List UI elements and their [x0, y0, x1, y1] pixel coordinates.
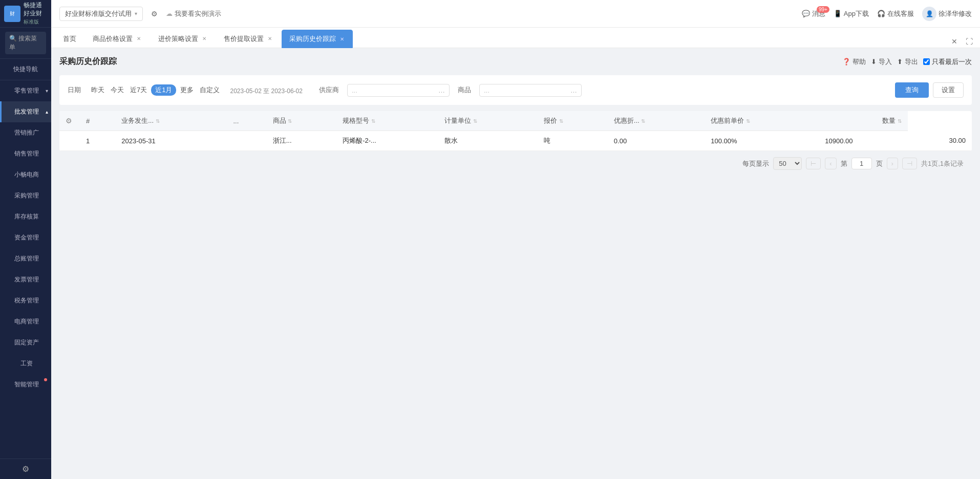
date-custom-btn[interactable]: 自定义	[198, 84, 222, 96]
tab-goods-price[interactable]: 商品价格设置 ✕	[85, 29, 150, 48]
sidebar-item-general-ledger[interactable]: 总账管理	[0, 248, 51, 269]
sidebar-item-retail[interactable]: 零售管理 ▾	[0, 80, 51, 101]
quick-nav-button[interactable]: 快捷导航	[0, 61, 51, 78]
edition-selector[interactable]: 好业财标准版交付试用 ▾	[59, 7, 143, 21]
headset-icon: 🎧	[877, 10, 885, 17]
filter-settings-button[interactable]: 设置	[933, 82, 964, 98]
sidebar-item-ai[interactable]: 智能管理	[0, 374, 51, 395]
date-yesterday-btn[interactable]: 昨天	[89, 84, 106, 96]
tab-purchase-history[interactable]: 采购历史价跟踪 ✕	[282, 30, 353, 48]
sidebar-item-payroll[interactable]: 工资	[0, 353, 51, 374]
export-button[interactable]: ⬆ 导出	[897, 57, 918, 67]
online-service-label: 在线客服	[887, 9, 914, 18]
demo-icon: ☁	[166, 10, 173, 17]
supplier-input[interactable]: ... …	[347, 84, 450, 97]
tabs-close-button[interactable]: ✕	[948, 35, 961, 48]
app-logo-icon: 财	[4, 6, 20, 22]
per-page-select[interactable]: 20 50 100	[773, 157, 802, 170]
sidebar-item-label: 智能管理	[14, 380, 39, 389]
column-quantity[interactable]: 数量 ⇅	[819, 111, 907, 131]
online-service-button[interactable]: 🎧 在线客服	[877, 9, 914, 18]
column-unit[interactable]: 计量单位 ⇅	[438, 111, 538, 131]
row-1-quantity: 30.00	[908, 131, 972, 151]
sort-goods-icon[interactable]: ⇅	[288, 118, 292, 124]
sort-unit-icon[interactable]: ⇅	[473, 118, 477, 124]
only-last-checkbox[interactable]	[923, 58, 930, 65]
column-more[interactable]: ...	[227, 111, 266, 131]
sidebar-item-invoice[interactable]: 发票管理	[0, 269, 51, 290]
demo-button[interactable]: ☁ 我要看实例演示	[166, 9, 221, 18]
row-1-pre-discount-price: 10900.00	[819, 131, 907, 151]
page-label: 第	[841, 159, 847, 168]
user-profile-button[interactable]: 👤 徐泽华修改	[922, 7, 972, 21]
sort-spec-icon[interactable]: ⇅	[371, 118, 375, 124]
tab-selling-price-close[interactable]: ✕	[267, 35, 273, 42]
tabs-maximize-button[interactable]: ⛶	[963, 35, 976, 48]
sidebar-item-fixed-assets[interactable]: 固定资产	[0, 332, 51, 353]
column-discount[interactable]: 优惠折... ⇅	[608, 111, 705, 131]
column-pre-discount-price[interactable]: 优惠前单价 ⇅	[705, 111, 819, 131]
help-button[interactable]: ❓ 帮助	[842, 57, 866, 67]
sort-pre-discount-icon[interactable]: ⇅	[746, 118, 750, 124]
filter-area: 日期 昨天 今天 近7天 近1月 更多 自定义 2023-05-02 至 202…	[59, 75, 972, 105]
sidebar-search-area: 🔍 搜索菜单	[0, 28, 51, 59]
sidebar-item-wholesale[interactable]: 批发管理 ▴	[0, 101, 51, 122]
date-1month-btn[interactable]: 近1月	[151, 84, 176, 96]
column-goods[interactable]: 商品 ⇅	[267, 111, 337, 131]
column-spec[interactable]: 规格型号 ⇅	[336, 111, 438, 131]
row-1-goods: 浙江...	[267, 131, 337, 151]
app-download-button[interactable]: 📱 App下载	[834, 9, 869, 18]
sidebar-item-marketing[interactable]: 营销推广	[0, 122, 51, 143]
only-last-checkbox-label: 只看最后一次	[923, 57, 972, 67]
table-settings-icon[interactable]: ⚙	[66, 117, 72, 125]
column-price[interactable]: 报价 ⇅	[538, 111, 608, 131]
goods-input[interactable]: ... …	[479, 84, 582, 97]
sidebar-settings-button[interactable]: ⚙	[22, 464, 29, 474]
date-7days-btn[interactable]: 近7天	[128, 84, 149, 96]
sidebar-item-label: 零售管理	[14, 86, 39, 95]
supplier-more-icon: …	[438, 86, 445, 94]
message-icon: 💬	[802, 10, 810, 17]
page-input[interactable]	[851, 158, 872, 169]
last-page-button[interactable]: ⊣	[902, 158, 917, 169]
topbar-settings-button[interactable]: ⚙	[149, 8, 160, 20]
query-button[interactable]: 查询	[895, 82, 929, 98]
tab-purchase-price-label: 进价策略设置	[158, 34, 198, 43]
goods-filter-label: 商品	[458, 85, 471, 95]
sidebar-item-finance[interactable]: 资金管理	[0, 227, 51, 248]
column-settings[interactable]: ⚙	[59, 111, 80, 131]
sort-biz-date-icon[interactable]: ⇅	[156, 118, 160, 124]
tab-purchase-history-close[interactable]: ✕	[339, 35, 345, 43]
import-icon: ⬇	[871, 58, 877, 66]
sort-quantity-icon[interactable]: ⇅	[898, 118, 902, 124]
sidebar-item-inventory[interactable]: 库存核算	[0, 206, 51, 227]
page-header: 采购历史价跟踪 ❓ 帮助 ⬇ 导入 ⬆ 导出 只看最后一次	[59, 56, 972, 67]
tab-home[interactable]: 首页	[55, 29, 84, 48]
chevron-icon: ▾	[46, 88, 48, 94]
date-today-btn[interactable]: 今天	[109, 84, 126, 96]
sidebar-item-sales[interactable]: 销售管理	[0, 143, 51, 164]
first-page-button[interactable]: ⊢	[806, 158, 821, 169]
sidebar-item-ecommerce-small[interactable]: 小畅电商	[0, 164, 51, 185]
goods-input-value: ...	[484, 86, 489, 94]
tab-goods-price-close[interactable]: ✕	[136, 35, 142, 42]
sidebar-search-button[interactable]: 🔍 搜索菜单	[5, 32, 46, 54]
tab-selling-price[interactable]: 售价提取设置 ✕	[216, 29, 281, 48]
sidebar-item-purchase[interactable]: 采购管理	[0, 185, 51, 206]
date-more-btn[interactable]: 更多	[178, 84, 196, 96]
sidebar-item-tax[interactable]: 税务管理	[0, 290, 51, 311]
messages-button[interactable]: 💬 消息 99+	[802, 9, 825, 18]
sidebar-item-ecommerce[interactable]: 电商管理	[0, 311, 51, 332]
tab-purchase-price[interactable]: 进价策略设置 ✕	[151, 29, 215, 48]
demo-label: 我要看实例演示	[175, 9, 221, 18]
next-page-button[interactable]: ›	[887, 158, 898, 169]
column-biz-date[interactable]: 业务发生... ⇅	[115, 111, 227, 131]
sidebar-item-label: 小畅电商	[14, 170, 39, 179]
page-content: 采购历史价跟踪 ❓ 帮助 ⬇ 导入 ⬆ 导出 只看最后一次	[51, 48, 980, 479]
sort-price-icon[interactable]: ⇅	[559, 118, 563, 124]
prev-page-button[interactable]: ‹	[825, 158, 836, 169]
tab-purchase-price-close[interactable]: ✕	[201, 35, 207, 42]
import-button[interactable]: ⬇ 导入	[871, 57, 892, 67]
sidebar: 财 畅捷通好业财 标准版 🔍 搜索菜单 快捷导航 零售管理 ▾ 批发管理 ▴ 营…	[0, 0, 51, 479]
sort-discount-icon[interactable]: ⇅	[641, 118, 645, 124]
